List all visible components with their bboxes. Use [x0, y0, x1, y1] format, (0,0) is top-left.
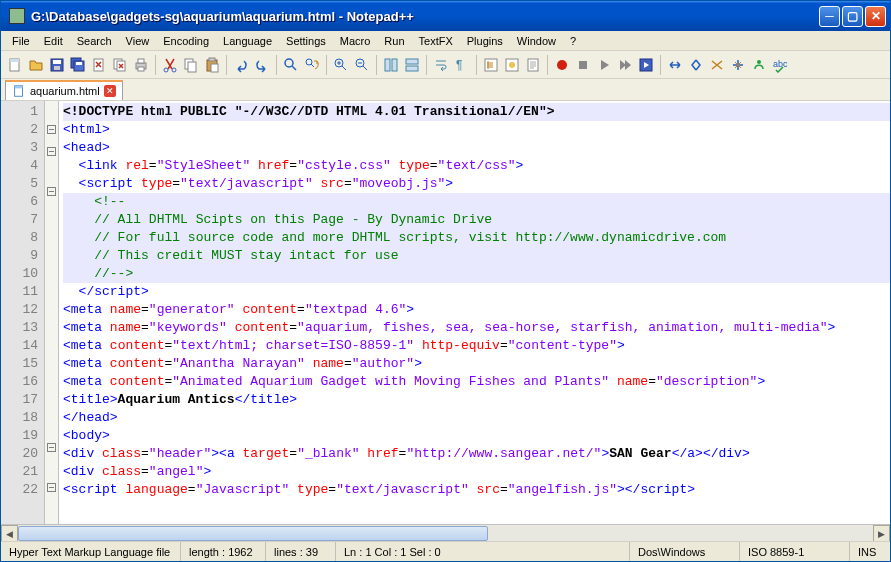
save-macro-icon[interactable]: [636, 55, 656, 75]
svg-rect-1: [10, 59, 19, 62]
open-file-icon[interactable]: [26, 55, 46, 75]
horizontal-scrollbar[interactable]: ◀ ▶: [1, 524, 890, 541]
svg-rect-25: [385, 59, 390, 71]
svg-rect-33: [528, 59, 538, 71]
close-all-icon[interactable]: [110, 55, 130, 75]
fold-gutter[interactable]: [45, 101, 59, 524]
svg-rect-26: [392, 59, 397, 71]
svg-rect-20: [211, 64, 218, 72]
tab-close-icon[interactable]: ✕: [104, 85, 116, 97]
menu-edit[interactable]: Edit: [37, 33, 70, 49]
app-icon: [9, 8, 25, 24]
editor[interactable]: 12345678910111213141516171819202122 <!DO…: [1, 101, 890, 524]
tool3-icon[interactable]: [707, 55, 727, 75]
close-file-icon[interactable]: [89, 55, 109, 75]
scroll-thumb[interactable]: [18, 526, 488, 541]
zoom-in-icon[interactable]: [331, 55, 351, 75]
svg-rect-7: [76, 62, 82, 65]
svg-rect-13: [138, 67, 144, 71]
menu-encoding[interactable]: Encoding: [156, 33, 216, 49]
tab-aquarium[interactable]: aquarium.html ✕: [5, 80, 123, 100]
menu-language[interactable]: Language: [216, 33, 279, 49]
svg-point-32: [509, 62, 515, 68]
status-length: length : 1962: [181, 542, 266, 561]
new-file-icon[interactable]: [5, 55, 25, 75]
redo-icon[interactable]: [252, 55, 272, 75]
svg-rect-3: [53, 60, 61, 64]
svg-text:¶: ¶: [456, 58, 462, 72]
line-number-gutter: 12345678910111213141516171819202122: [1, 101, 45, 524]
svg-rect-40: [15, 86, 23, 89]
statusbar: Hyper Text Markup Language file length :…: [1, 541, 890, 561]
zoom-out-icon[interactable]: [352, 55, 372, 75]
wrap-icon[interactable]: [431, 55, 451, 75]
scroll-right-icon[interactable]: ▶: [873, 525, 890, 542]
tab-label: aquarium.html: [30, 85, 100, 97]
status-language: Hyper Text Markup Language file: [1, 542, 181, 561]
show-all-chars-icon[interactable]: ¶: [452, 55, 472, 75]
menu-view[interactable]: View: [119, 33, 157, 49]
svg-rect-12: [138, 59, 144, 63]
titlebar-text: G:\Database\gadgets-sg\aquarium\aquarium…: [29, 9, 819, 24]
minimize-button[interactable]: ─: [819, 6, 840, 27]
svg-point-14: [164, 68, 168, 72]
tabbar: aquarium.html ✕: [1, 79, 890, 101]
tool5-icon[interactable]: [749, 55, 769, 75]
copy-icon[interactable]: [181, 55, 201, 75]
paste-icon[interactable]: [202, 55, 222, 75]
sync-v-icon[interactable]: [381, 55, 401, 75]
close-button[interactable]: ✕: [865, 6, 886, 27]
replace-icon[interactable]: [302, 55, 322, 75]
tool2-icon[interactable]: [686, 55, 706, 75]
menu-textfx[interactable]: TextFX: [412, 33, 460, 49]
svg-rect-19: [209, 58, 215, 61]
code-area[interactable]: <!DOCTYPE html PUBLIC "-//W3C//DTD HTML …: [59, 101, 890, 524]
record-icon[interactable]: [552, 55, 572, 75]
menu-file[interactable]: File: [5, 33, 37, 49]
status-lines: lines : 39: [266, 542, 336, 561]
file-icon: [12, 84, 26, 98]
menubar: FileEditSearchViewEncodingLanguageSettin…: [1, 31, 890, 51]
menu-settings[interactable]: Settings: [279, 33, 333, 49]
play-icon[interactable]: [594, 55, 614, 75]
toolbar: ¶ abc: [1, 51, 890, 79]
cut-icon[interactable]: [160, 55, 180, 75]
status-encoding: ISO 8859-1: [740, 542, 850, 561]
menu-run[interactable]: Run: [377, 33, 411, 49]
spellcheck-icon[interactable]: abc: [770, 55, 790, 75]
svg-rect-35: [579, 61, 587, 69]
indent-guide-icon[interactable]: [481, 55, 501, 75]
save-all-icon[interactable]: [68, 55, 88, 75]
maximize-button[interactable]: ▢: [842, 6, 863, 27]
svg-rect-27: [406, 59, 418, 64]
scroll-left-icon[interactable]: ◀: [1, 525, 18, 542]
svg-point-37: [757, 60, 761, 64]
titlebar[interactable]: G:\Database\gadgets-sg\aquarium\aquarium…: [1, 1, 890, 31]
doc-map-icon[interactable]: [523, 55, 543, 75]
svg-point-34: [557, 60, 567, 70]
user-lang-icon[interactable]: [502, 55, 522, 75]
status-eol: Dos\Windows: [630, 542, 740, 561]
tool1-icon[interactable]: [665, 55, 685, 75]
print-icon[interactable]: [131, 55, 151, 75]
svg-text:abc: abc: [773, 59, 788, 69]
menu-help[interactable]: ?: [563, 33, 583, 49]
svg-rect-4: [54, 66, 60, 70]
stop-icon[interactable]: [573, 55, 593, 75]
save-icon[interactable]: [47, 55, 67, 75]
status-position: Ln : 1 Col : 1 Sel : 0: [336, 542, 630, 561]
menu-macro[interactable]: Macro: [333, 33, 378, 49]
find-icon[interactable]: [281, 55, 301, 75]
menu-plugins[interactable]: Plugins: [460, 33, 510, 49]
svg-rect-17: [188, 62, 196, 72]
undo-icon[interactable]: [231, 55, 251, 75]
status-insert: INS: [850, 542, 890, 561]
play-multi-icon[interactable]: [615, 55, 635, 75]
sync-h-icon[interactable]: [402, 55, 422, 75]
menu-window[interactable]: Window: [510, 33, 563, 49]
menu-search[interactable]: Search: [70, 33, 119, 49]
app-window: G:\Database\gadgets-sg\aquarium\aquarium…: [0, 0, 891, 562]
svg-rect-28: [406, 66, 418, 71]
tool4-icon[interactable]: [728, 55, 748, 75]
svg-point-21: [285, 59, 293, 67]
